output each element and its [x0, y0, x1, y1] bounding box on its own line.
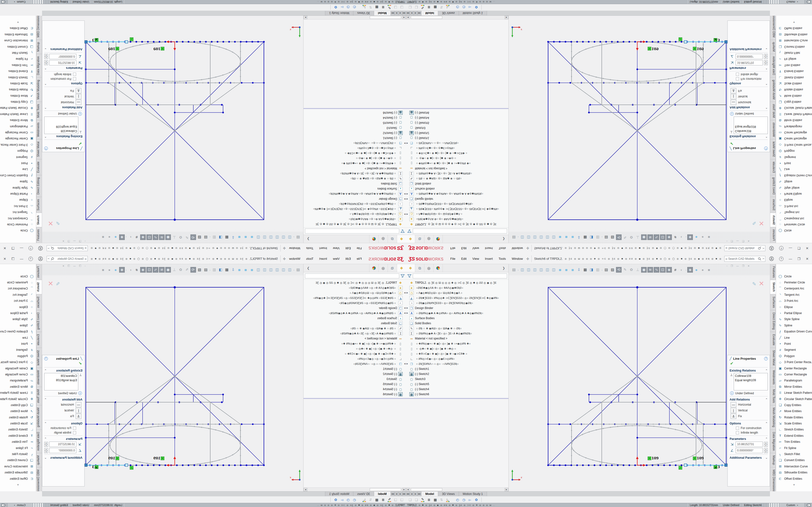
- expander-icon[interactable]: ▶: [406, 362, 409, 365]
- sketch-tool-item[interactable]: ↻ Rotate Entities: [0, 87, 36, 93]
- tab-nav-icon[interactable]: ▶▶: [418, 492, 421, 496]
- toolbar-icon[interactable]: ⇩: [576, 235, 582, 240]
- line-endpoint-handle[interactable]: [85, 41, 87, 43]
- line-endpoint-handle[interactable]: [85, 464, 87, 466]
- minimize-button[interactable]: —: [789, 257, 792, 261]
- collapse-icon[interactable]: ⌃: [44, 398, 47, 401]
- toolbar-icon[interactable]: ✎: [622, 235, 628, 240]
- horizontal-scrollbar[interactable]: ◀ ▶: [406, 16, 508, 19]
- sketch-tool-item[interactable]: ↗ Move Entities: [0, 408, 36, 414]
- toolbar-icon[interactable]: ■: [243, 267, 248, 273]
- format-toolbar-icon[interactable]: ≣: [380, 5, 386, 10]
- sketch-point[interactable]: [174, 286, 176, 288]
- toolbar-icon[interactable]: ▥: [595, 267, 601, 273]
- sketch-tool-item[interactable]: ⊟ Silhouette Entities: [776, 469, 812, 475]
- expander-icon[interactable]: ▶: [403, 193, 406, 195]
- mdi-control-icon[interactable]: —: [737, 265, 739, 267]
- search-input[interactable]: ⧈ Search CAD Models ▾: [47, 245, 88, 251]
- sketch-tool-item[interactable]: ⧉ Mirror Entities: [776, 117, 812, 123]
- parameter-input[interactable]: 10.88152731: [49, 442, 77, 447]
- panel-splitter[interactable]: [406, 108, 508, 109]
- collapse-icon[interactable]: ⌃: [765, 135, 768, 138]
- sketch-tool-item[interactable]: ∟ Stretch Entities: [776, 74, 812, 80]
- tree-row[interactable]: ▶ ◔ ○ ƧƦ◉◎ƧƦИΝƷƐƧƧ○ ◎○ ƧƦƷƐΝИƧƦ◎◉ƧƦ○: [406, 202, 508, 207]
- tree-row[interactable]: ▶ ★ ○ƧƦƐ✚◉◎ΛΑ Φ○ ◎○ ΦΑΛ◎◉✚ƐƦƧ○: [304, 285, 406, 290]
- featuremanager-tab[interactable]: [434, 264, 443, 272]
- toolbar-icon[interactable]: ▦: [224, 267, 230, 273]
- add-relation-row[interactable]: ⚓ Fix: [44, 88, 82, 94]
- commandmanager-tab[interactable]: Markup: [36, 453, 42, 467]
- document-tab[interactable]: 3D Views: [353, 492, 374, 496]
- toolbar-icon[interactable]: ◫: [268, 235, 273, 240]
- sketch-tool-item[interactable]: ○ Ellipse: [0, 304, 36, 310]
- sketch-point[interactable]: [636, 219, 639, 221]
- toolbar-icon[interactable]: ⊡: [660, 267, 666, 273]
- panel-splitter[interactable]: [304, 398, 406, 399]
- toolbar-icon[interactable]: ■: [237, 235, 242, 240]
- toolbar-icon[interactable]: ●: [700, 267, 705, 273]
- pin-icon[interactable]: ✜: [283, 257, 286, 261]
- commandmanager-tab[interactable]: Surfaces: [36, 294, 42, 310]
- toolbar-icon[interactable]: ◈: [140, 235, 146, 240]
- commandmanager-tab[interactable]: Direct Editing: [36, 175, 42, 197]
- add-relation-row[interactable]: ⚓ Fix: [44, 413, 82, 419]
- panel-flyout-chevron-icon[interactable]: ❯: [307, 266, 310, 270]
- tree-row[interactable]: ▶ ▯ ○ ✚ИΝ◎◉+○ ✻ ◉[○ ◎○ ]◉ ✻ ○+◉◎ИΝ ✚○: [406, 161, 508, 166]
- toolbar-icon[interactable]: ◈: [687, 235, 693, 240]
- sketch-tool-item[interactable]: ∿ Style Spline: [776, 316, 812, 322]
- sketch-tool-item[interactable]: ◇ 3 Point Center Recta...: [776, 142, 812, 148]
- horizontal-scrollbar[interactable]: ◀ ▶: [304, 16, 406, 19]
- tree-row[interactable]: ▶ ▦ (-) Sketch6: [406, 392, 508, 397]
- sketch-tool-item[interactable]: ↗ Move Entities: [0, 93, 36, 99]
- tree-row[interactable]: ▶ ◷ ○ Λ◉◎✚ƦƧ◎Ш○ ◎○ Ш◎ƦƧ✚◎◉Λ ○: [406, 212, 508, 217]
- commandmanager-tab[interactable]: Markup: [36, 40, 42, 54]
- sketch-tool-item[interactable]: ⧉ Mirror Entities: [0, 117, 36, 123]
- spinner-up-icon[interactable]: ▲: [764, 442, 768, 444]
- option-row[interactable]: Infinite length: [44, 431, 76, 434]
- sketch-tool-item[interactable]: ╮ Sketch Fillet: [0, 50, 36, 56]
- menu-item[interactable]: Window: [512, 257, 523, 261]
- commandmanager-tab[interactable]: Sheet Metal: [770, 348, 776, 368]
- toolbar-icon[interactable]: #: [134, 267, 140, 273]
- expand-icon[interactable]: ⌄: [765, 456, 768, 459]
- account-icon[interactable]: [38, 246, 43, 250]
- toolbar-icon[interactable]: ·: [125, 235, 127, 240]
- document-tab[interactable]: Motion Study 1: [325, 11, 353, 15]
- toolbar-icon[interactable]: ◫: [539, 235, 544, 240]
- sketch-tool-item[interactable]: Ŧ Extend Entities: [0, 68, 36, 74]
- sketch-tool-item[interactable]: ✲ Circular Sketch Pattern: [776, 105, 812, 111]
- sketch-tool-item[interactable]: ⠿ Linear Sketch Pattern: [776, 390, 812, 396]
- sketch-tool-item[interactable]: ❏ Copy Entities: [776, 402, 812, 408]
- sketch-tool-item[interactable]: ❏ Copy Entities: [0, 99, 36, 105]
- toolbar-icon[interactable]: ◫: [526, 235, 531, 240]
- sketch-tool-item[interactable]: ⌒ Centerpoint Arc: [776, 215, 812, 221]
- sketch-tool-item[interactable]: ⌓ 3 Point Arc: [0, 298, 36, 304]
- exit-sketch-icon[interactable]: ✎: [56, 220, 60, 226]
- sketch-tool-item[interactable]: ▱ Parallelogram: [776, 378, 812, 384]
- tab-nav-icon[interactable]: ◀◀: [406, 11, 410, 15]
- menu-item[interactable]: Tools: [499, 246, 506, 250]
- close-button[interactable]: ✕: [3, 257, 6, 261]
- sketch-tool-item[interactable]: ⌒ Centerpoint Arc: [0, 215, 36, 221]
- toolbar-icon[interactable]: ◫: [532, 267, 538, 273]
- toolbar-icon[interactable]: ▦: [582, 267, 588, 273]
- sketch-tool-item[interactable]: ╱ Line: [0, 166, 36, 172]
- option-row[interactable]: Infinite length: [736, 73, 768, 76]
- sketch-tool-item[interactable]: ∟ Stretch Entities: [776, 427, 812, 433]
- tab-nav-icon[interactable]: ▶: [394, 492, 398, 496]
- sketch-tool-item[interactable]: ◌ Perimeter Circle: [776, 221, 812, 227]
- checkbox[interactable]: [736, 73, 739, 76]
- option-row[interactable]: For construction: [736, 427, 768, 430]
- toolbar-icon[interactable]: ∿: [654, 235, 659, 240]
- checkbox[interactable]: [73, 77, 76, 80]
- toolbar-icon[interactable]: ◫: [520, 267, 525, 273]
- close-button[interactable]: ✕: [806, 257, 809, 261]
- toolbar-icon[interactable]: ■: [243, 235, 248, 240]
- toolbar-icon[interactable]: ◨: [589, 267, 594, 273]
- toolbar-icon[interactable]: ·: [209, 267, 211, 273]
- commandmanager-tab[interactable]: Mesh Modeling: [770, 405, 776, 430]
- relation-button-icon[interactable]: —: [75, 100, 82, 105]
- tree-filter-input[interactable]: [413, 274, 507, 278]
- expand-icon[interactable]: ⌄: [44, 456, 47, 459]
- mdi-control-icon[interactable]: —: [73, 265, 75, 267]
